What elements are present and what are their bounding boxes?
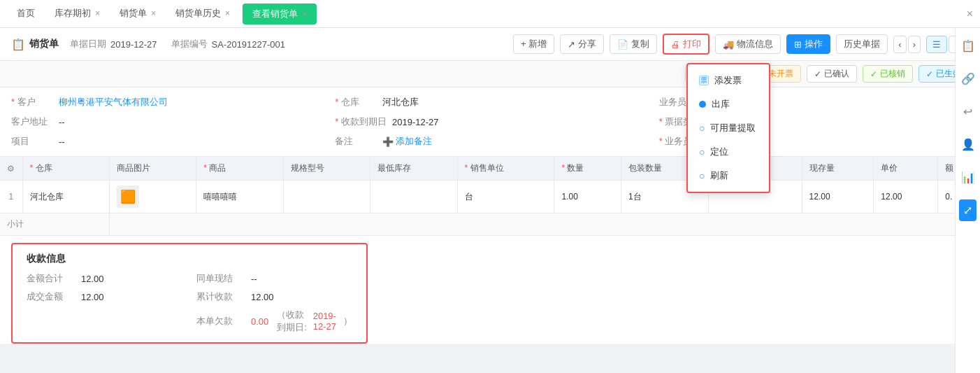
col-product: * 商品 (196, 157, 283, 181)
operations-button[interactable]: ⊞ 操作 (786, 34, 830, 54)
doc-number-group: 单据编号 SA-20191227-001 (171, 38, 286, 50)
col-gear: ⚙ (0, 157, 22, 181)
tab-close-sales[interactable]: × (151, 8, 156, 18)
available-quantity-item[interactable]: ○ 可用量提取 (688, 116, 769, 140)
truck-icon: 🚚 (723, 39, 734, 50)
subtotal-empty (109, 213, 979, 236)
col-price: 单价 (874, 157, 938, 181)
balance-date: 2019-12-27 (313, 311, 338, 332)
payment-date-value: 2019-12-27 (392, 117, 439, 127)
row-warehouse: 河北仓库 (22, 181, 109, 213)
customer-row: 客户 柳州粤港平安气体有限公司 (11, 96, 321, 108)
doc-date-label: 单据日期 (70, 38, 106, 50)
doc-title-icon: 📋 (11, 38, 25, 51)
sidebar-doc-icon[interactable]: 📋 (957, 35, 979, 57)
share-button[interactable]: ↗ 分享 (560, 34, 604, 54)
warehouse-label: 仓库 (335, 96, 377, 108)
new-button[interactable]: + 新增 (513, 34, 554, 54)
summary-grid: 金额合计 12.00 同单现结 -- 成交金额 12.00 累计收款 12.00… (27, 272, 352, 334)
refresh-icon: ○ (699, 170, 705, 181)
doc-number-label: 单据编号 (171, 38, 208, 50)
nav-arrows: ‹ › (893, 36, 921, 53)
list-view-btn[interactable]: ☰ (926, 36, 947, 53)
row-spec (283, 181, 370, 213)
same-order-value: -- (251, 274, 257, 284)
sidebar-chart-icon[interactable]: 📊 (957, 167, 979, 188)
tab-close-view-sales[interactable]: × (302, 9, 307, 19)
doc-number-value: SA-20191227-001 (212, 39, 286, 50)
sub-toolbar: 📱 来自手机 ● 未开票 ✓ 已确认 ✓ 已核销 ✓ 已生效 (0, 61, 980, 87)
col-warehouse: * 仓库 (22, 157, 109, 181)
tab-inventory[interactable]: 库存期初 × (45, 0, 110, 28)
summary-panel: 收款信息 金额合计 12.00 同单现结 -- 成交金额 12.00 累计收款 … (11, 243, 368, 344)
right-sidebar: 📋 🔗 ↩ 👤 📊 ⤢ (955, 28, 980, 351)
table-header-row: ⚙ * 仓库 商品图片 * 商品 规格型号 最低库存 * 销售单位 * 数量 包… (0, 157, 980, 181)
sidebar-expand-icon[interactable]: ⤢ (959, 199, 977, 221)
form-area: 客户 柳州粤港平安气体有限公司 仓库 河北仓库 业务员 演示账号 客户地址 --… (0, 87, 980, 156)
balance-row: 本单欠款 0.00 （收款到期日: 2019-12-27 ） (196, 309, 352, 334)
total-amount-value: 12.00 (81, 274, 104, 284)
doc-title-area: 📋 销货单 单据日期 2019-12-27 单据编号 SA-20191227-0… (11, 38, 285, 51)
row-product: 嘻嘻嘻嘻 (196, 181, 283, 213)
operations-dropdown: 票 添发票 出库 ○ 可用量提取 ○ 定位 ○ 刷新 (686, 63, 770, 193)
add-invoice-label: 添发票 (714, 74, 742, 87)
payment-date-row: 收款到期日 2019-12-27 (335, 115, 644, 128)
outbound-icon (699, 101, 706, 108)
main-content: 📋 销货单 单据日期 2019-12-27 单据编号 SA-20191227-0… (0, 28, 980, 344)
col-spec: 规格型号 (283, 157, 370, 181)
table-row: 1 河北仓库 🟧 嘻嘻嘻嘻 台 1.00 1台 12.00 12.00 0. (0, 181, 980, 213)
tab-home[interactable]: 首页 (7, 0, 45, 28)
share-icon: ↗ (568, 39, 575, 50)
copy-icon: 📄 (617, 39, 628, 50)
location-item[interactable]: ○ 定位 (688, 140, 769, 164)
doc-meta: 单据日期 2019-12-27 单据编号 SA-20191227-001 (70, 38, 285, 50)
add-invoice-item[interactable]: 票 添发票 (688, 69, 769, 92)
address-row: 客户地址 -- (11, 115, 321, 128)
row-price: 12.00 (874, 181, 938, 213)
doc-date-group: 单据日期 2019-12-27 (70, 38, 157, 50)
payment-date-label: 收款到期日 (335, 115, 387, 128)
confirm-btn[interactable]: ✓ 已确认 (807, 65, 857, 83)
tab-close-sales-history[interactable]: × (225, 8, 230, 18)
print-button[interactable]: 🖨 打印 (663, 34, 709, 55)
row-stock: 12.00 (802, 181, 874, 213)
customer-value[interactable]: 柳州粤港平安气体有限公司 (59, 96, 168, 108)
prev-arrow[interactable]: ‹ (893, 36, 906, 53)
refresh-label: 刷新 (710, 169, 728, 182)
tab-close-inventory[interactable]: × (95, 8, 100, 18)
tab-sales-history[interactable]: 销货单历史 × (166, 0, 240, 28)
summary-title: 收款信息 (27, 253, 352, 265)
product-table: ⚙ * 仓库 商品图片 * 商品 规格型号 最低库存 * 销售单位 * 数量 包… (0, 157, 980, 236)
tab-view-sales[interactable]: 查看销货单 × (243, 3, 317, 24)
row-unit: 台 (457, 181, 554, 213)
customer-label: 客户 (11, 96, 53, 108)
tab-close-all[interactable]: × (967, 8, 973, 20)
copy-button[interactable]: 📄 复制 (610, 34, 657, 54)
same-order-row: 同单现结 -- (196, 272, 352, 285)
sidebar-return-icon[interactable]: ↩ (959, 101, 977, 122)
cancelled-btn[interactable]: ✓ 已核销 (863, 65, 913, 83)
doc-title: 📋 销货单 (11, 38, 59, 51)
deal-amount-value: 12.00 (81, 292, 104, 302)
logistics-button[interactable]: 🚚 物流信息 (715, 34, 781, 54)
history-button[interactable]: 历史单据 (836, 34, 888, 54)
available-quantity-label: 可用量提取 (710, 122, 756, 134)
tab-sales[interactable]: 销货单 × (110, 0, 166, 28)
location-icon: ○ (699, 146, 705, 157)
effective-icon: ✓ (926, 69, 933, 79)
refresh-item[interactable]: ○ 刷新 (688, 164, 769, 188)
balance-label: 本单欠款 (196, 315, 245, 328)
project-label: 项目 (11, 135, 53, 148)
total-received-row: 累计收款 12.00 (196, 290, 352, 303)
deal-amount-label: 成交金额 (27, 290, 75, 303)
project-row: 项目 -- (11, 135, 321, 148)
outbound-item[interactable]: 出库 (688, 92, 769, 116)
check-icon: ✓ (814, 69, 821, 79)
col-quantity: * 数量 (554, 157, 621, 181)
next-arrow[interactable]: › (908, 36, 921, 53)
warehouse-value: 河北仓库 (382, 96, 419, 108)
add-note-btn[interactable]: ➕ 添加备注 (382, 135, 432, 148)
sidebar-user-icon[interactable]: 👤 (957, 134, 979, 155)
sidebar-link-icon[interactable]: 🔗 (957, 68, 979, 90)
deal-amount-row: 成交金额 12.00 (27, 290, 182, 303)
